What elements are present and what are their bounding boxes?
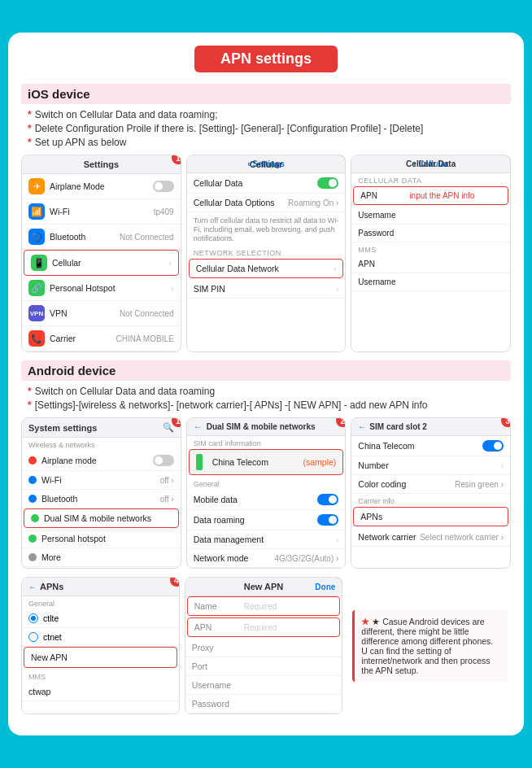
chevron-num: ›: [501, 461, 504, 470]
android-header: Android device: [21, 360, 511, 381]
general-label-and2: General: [187, 477, 346, 490]
airplane-dot: [28, 456, 37, 465]
ios-row-airplane: ✈ Airplane Mode: [22, 174, 181, 199]
ios-screen-2: 2 ‹ Settings Cellular Cellular Data Cell…: [186, 155, 347, 352]
data-roaming-toggle[interactable]: [317, 514, 338, 526]
android-screen1-body: Wireless & networks Airplane mode Wi-Fi …: [22, 438, 181, 567]
sim-info-label: SIM card information: [187, 436, 346, 449]
network-selection-label: Network Selection: [187, 246, 346, 259]
sim2-network-carrier[interactable]: Network carrier Select network carrier ›: [351, 528, 510, 547]
android-screen4-body: General ctlte ctnet New APN MMS ctwap: [22, 596, 179, 701]
sim-dot: [31, 514, 39, 522]
android-screen-3: 3 ← SIM card slot 2 China Telecom Number…: [351, 417, 511, 569]
data-roaming-row: Data roaming: [187, 510, 346, 530]
ctnet-row[interactable]: ctnet: [22, 628, 179, 647]
newapn-password-row[interactable]: Password: [185, 695, 342, 713]
bluetooth-icon: 🔵: [28, 229, 45, 245]
ctnet-radio[interactable]: [28, 632, 38, 642]
ios-screen1-body: ✈ Airplane Mode 📶 Wi-Fi tp409 🔵 Bluetoot…: [22, 174, 181, 351]
mms-username-row[interactable]: Username: [351, 273, 510, 291]
wifi-icon: 📶: [28, 203, 45, 220]
china-telecom-toggle[interactable]: [482, 440, 504, 452]
network-mode-row[interactable]: Network mode 4G/3G/2G(Auto) ›: [187, 549, 346, 568]
android-badge-2: 2: [336, 417, 346, 427]
airplane-toggle[interactable]: [153, 181, 174, 192]
apn-input-row[interactable]: APN input the APN info: [353, 186, 508, 205]
android-screens-row-2: 4 ← APNs General ctlte ctnet: [21, 577, 511, 714]
newapn-username-row[interactable]: Username: [185, 676, 342, 695]
ios-section: iOS device Switch on Cellular Data and d…: [21, 84, 511, 352]
android-screen2-body: SIM card information China Telecom (samp…: [187, 436, 346, 568]
cellular-data-row: Cellular Data: [187, 173, 346, 194]
android-row-airplane: Airplane mode: [22, 451, 181, 471]
hotspot-icon: 🔗: [28, 280, 45, 296]
cellular-data-toggle[interactable]: [317, 177, 338, 189]
ios-bullet-2: Delete Configuration Proile if there is.…: [28, 123, 511, 134]
android-screen-1: 1 System settings 🔍 Wireless & networks …: [21, 417, 181, 569]
back-arrow-and2[interactable]: ←: [194, 422, 202, 431]
ios-header: iOS device: [21, 84, 511, 104]
ios-row-hotspot[interactable]: 🔗 Personal Hotspot ›: [22, 276, 181, 301]
mms-apn-row[interactable]: APN: [351, 255, 510, 273]
ctwap-row[interactable]: ctwap: [22, 683, 179, 701]
android-screen-2: 2 ← Dual SIM & mobile networks SIM card …: [186, 417, 347, 569]
cellular-data-network-row[interactable]: Cellular Data Network ›: [189, 259, 344, 278]
page-title: APN settings: [194, 46, 338, 72]
android-row-bluetooth[interactable]: Bluetooth off ›: [22, 490, 181, 508]
chevron-dm: ›: [336, 535, 338, 544]
ctlte-radio[interactable]: [28, 613, 38, 623]
android-screen-5: 5 New APN Done Name Required APN Require…: [185, 577, 343, 714]
sim-pin-row[interactable]: SIM PIN ›: [187, 280, 346, 299]
android-screen3-body: China Telecom Number › Color coding Resi…: [351, 436, 510, 547]
newapn-name-row[interactable]: Name Required: [187, 596, 341, 616]
chevron-icon-4: ›: [336, 285, 338, 294]
android-screen2-header: ← Dual SIM & mobile networks: [187, 418, 346, 436]
data-management-row[interactable]: Data management ›: [187, 530, 346, 549]
ios-screen-1: 1 Settings ✈ Airplane Mode 📶 Wi-Fi tp409: [21, 155, 181, 352]
newapn-port-row[interactable]: Port: [185, 657, 342, 676]
done-button[interactable]: Done: [315, 583, 335, 591]
android-bullet-2: [Settings]-[wireless & networks]- [netwo…: [28, 399, 511, 411]
android-screens-row-1: 1 System settings 🔍 Wireless & networks …: [21, 417, 511, 569]
ios-row-carrier[interactable]: 📞 Carrier CHINA MOBILE: [22, 326, 181, 351]
chevron-icon-3: ›: [334, 264, 336, 273]
back-arrow-and4[interactable]: ←: [28, 583, 37, 591]
apn-password-row[interactable]: Password: [351, 225, 510, 242]
ctlte-row[interactable]: ctlte: [22, 609, 179, 628]
airplane-toggle-and[interactable]: [153, 455, 174, 466]
ios-screen1-header: Settings: [22, 155, 181, 174]
cellular-data-label: CELLULAR DATA: [351, 173, 510, 186]
cellular-desc: Turn off cellular data to restrict all d…: [187, 212, 346, 246]
android-screen1-header: System settings 🔍: [22, 418, 181, 438]
main-card: APN settings iOS device Switch on Cellul…: [8, 33, 524, 735]
apn-username-row[interactable]: Username: [351, 207, 510, 225]
china-telecom-row[interactable]: China Telecom (sample): [189, 449, 344, 475]
new-apn-row[interactable]: New APN: [24, 647, 177, 668]
newapn-apn-row[interactable]: APN Required: [187, 617, 341, 637]
android-row-hotspot[interactable]: Personal hotspot: [22, 530, 181, 548]
android-row-more[interactable]: More: [22, 548, 181, 567]
mms-apn-label: MMS: [22, 670, 179, 683]
ios-screens-row: 1 Settings ✈ Airplane Mode 📶 Wi-Fi tp409: [21, 155, 511, 352]
ios-row-vpn[interactable]: VPN VPN Not Connected: [22, 301, 181, 326]
vpn-icon: VPN: [28, 305, 45, 321]
android-section: Android device Switch on Cellular Data a…: [21, 360, 511, 714]
ios-screen2-body: Cellular Data Cellular Data Options Roam…: [187, 173, 346, 299]
sim2-number[interactable]: Number ›: [351, 456, 510, 475]
cellular-data-options-row[interactable]: Cellular Data Options Roaming On ›: [187, 194, 346, 212]
android-row-dual-sim[interactable]: Dual SIM & mobile networks: [24, 508, 179, 528]
back-arrow-and3[interactable]: ←: [358, 422, 366, 431]
sim2-china-telecom: China Telecom: [351, 436, 510, 456]
android-note: ★ ★ Casue Android devices are different,…: [352, 610, 508, 682]
mobile-data-toggle[interactable]: [317, 494, 338, 505]
hotspot-dot: [28, 535, 37, 543]
android-row-wifi[interactable]: Wi-Fi off ›: [22, 471, 181, 490]
ios-screen2-header: ‹ Settings Cellular: [187, 155, 346, 173]
sim2-apns[interactable]: APNs: [353, 507, 508, 526]
android-screen5-body: Name Required APN Required Proxy Port Us: [185, 596, 342, 713]
newapn-proxy-row[interactable]: Proxy: [185, 639, 342, 657]
sim2-color[interactable]: Color coding Resin green ›: [351, 475, 510, 494]
sim-bar: [196, 454, 203, 470]
ios-row-cellular[interactable]: 📱 Cellular ›: [24, 250, 179, 276]
ios-bullet-3: Set up APN as below: [28, 137, 511, 148]
